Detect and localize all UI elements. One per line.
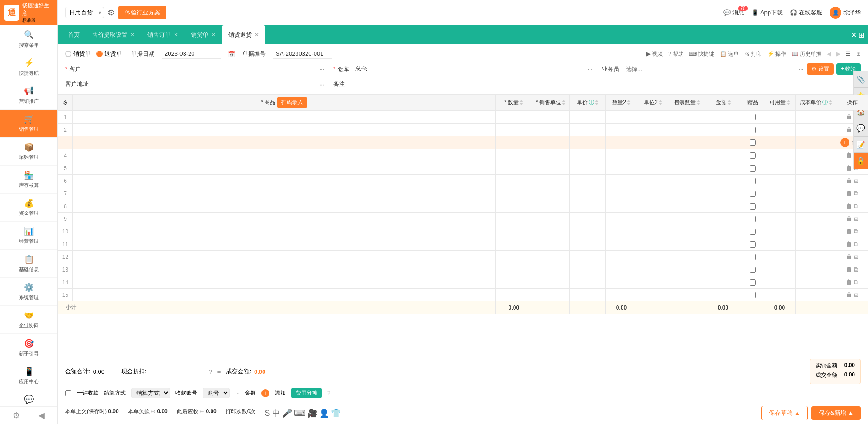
sidebar-item-sales[interactable]: 🛒 销售管理 [0,110,57,138]
sidebar-item-purchase[interactable]: 📦 采购管理 [0,138,57,166]
sidebar-collapse-btn[interactable]: ◀ [38,410,45,420]
number-input[interactable] [273,49,332,59]
cell-price-12[interactable] [570,251,606,263]
th-settings[interactable]: ⚙ [58,95,73,111]
cell-avail-3[interactable] [764,136,796,149]
warehouse-dots[interactable]: ··· [588,66,593,72]
camera-btn[interactable]: 🎥 [307,408,317,418]
gift-checkbox-2[interactable] [750,127,756,133]
cell-gift-12[interactable] [741,251,764,263]
user-menu[interactable]: 👤 徐泽华 [830,7,861,19]
cell-qty-1[interactable] [495,111,532,124]
cell-amount-3[interactable] [705,136,741,149]
cell-cost-2[interactable] [796,124,836,136]
cell-unit-4[interactable] [532,149,569,162]
tab-sales-order-close[interactable]: ✕ [174,32,178,38]
trial-btn[interactable]: 体验行业方案 [118,6,166,19]
cell-price-13[interactable] [570,263,606,276]
cell-price-15[interactable] [570,289,606,301]
cell-pack-12[interactable] [669,251,705,263]
cell-avail-13[interactable] [764,263,796,276]
cell-unit2-7[interactable] [637,187,669,200]
cell-unit2-3[interactable] [637,136,669,149]
cell-avail-12[interactable] [764,251,796,263]
quick-payment-checkbox[interactable] [65,390,71,396]
fee-help-icon[interactable]: ? [327,390,330,396]
delete-btn-14[interactable]: 🗑 [846,278,852,286]
price-info-icon[interactable]: ⓘ [589,99,594,106]
cell-qty2-14[interactable] [606,276,637,289]
cell-product-9[interactable] [73,213,496,225]
history-btn[interactable]: 📖 历史单据 [792,50,821,58]
gift-checkbox-9[interactable] [750,216,756,222]
cell-price-9[interactable] [570,213,606,225]
cell-price-4[interactable] [570,149,606,162]
sidebar-item-inventory[interactable]: 🏪 库存核算 [0,166,57,194]
cell-qty2-9[interactable] [606,213,637,225]
cell-amount-4[interactable] [705,149,741,162]
cell-qty2-7[interactable] [606,187,637,200]
cell-unit-2[interactable] [532,124,569,136]
cell-product-7[interactable] [73,187,496,200]
salesman-input[interactable] [623,64,795,74]
copy-btn-11[interactable]: ⧉ [854,240,858,248]
cell-cost-13[interactable] [796,263,836,276]
copy-btn-10[interactable]: ⧉ [854,228,858,235]
cell-qty2-12[interactable] [606,251,637,263]
copy-btn-6[interactable]: ⧉ [854,177,858,185]
cell-avail-10[interactable] [764,225,796,238]
sidebar-item-wechat[interactable]: 💬 企业微信 [0,390,57,406]
cell-price-14[interactable] [570,276,606,289]
app-download[interactable]: 📱 App下载 [751,9,783,17]
copy-btn-7[interactable]: ⧉ [854,190,858,197]
cell-qty-15[interactable] [495,289,532,301]
delete-btn-8[interactable]: 🗑 [846,202,852,210]
cell-amount-5[interactable] [705,162,741,175]
cell-unit-12[interactable] [532,251,569,263]
cell-gift-6[interactable] [741,175,764,187]
cell-cost-7[interactable] [796,187,836,200]
cell-gift-11[interactable] [741,238,764,251]
gift-checkbox-3[interactable] [750,139,756,146]
cell-unit-14[interactable] [532,276,569,289]
delete-btn-6[interactable]: 🗑 [846,177,852,184]
sidebar-item-system[interactable]: ⚙️ 系统管理 [0,278,57,306]
delete-btn-10[interactable]: 🗑 [846,228,852,235]
delete-btn-7[interactable]: 🗑 [846,190,852,197]
cell-pack-1[interactable] [669,111,705,124]
cell-qty2-2[interactable] [606,124,637,136]
cell-unit-3[interactable] [532,136,569,149]
customer-dots[interactable]: ··· [319,66,324,72]
cell-unit-1[interactable] [532,111,569,124]
cell-pack-3[interactable] [669,136,705,149]
delete-btn-4[interactable]: 🗑 [846,152,852,159]
sidebar-item-basic[interactable]: 📋 基础信息 [0,250,57,278]
add-btn[interactable]: + [261,389,269,397]
cell-unit2-12[interactable] [637,251,669,263]
cell-pack-10[interactable] [669,225,705,238]
cell-amount-7[interactable] [705,187,741,200]
cell-cost-6[interactable] [796,175,836,187]
copy-btn-9[interactable]: ⧉ [854,215,858,223]
account-select[interactable]: 账号 [203,388,230,398]
cell-qty-9[interactable] [495,213,532,225]
cell-unit-6[interactable] [532,175,569,187]
cell-avail-15[interactable] [764,289,796,301]
cell-amount-14[interactable] [705,276,741,289]
tab-return-close[interactable]: ✕ [255,32,259,38]
cell-unit-15[interactable] [532,289,569,301]
gift-checkbox-7[interactable] [750,191,756,197]
cell-product-2[interactable] [73,124,496,136]
cell-cost-5[interactable] [796,162,836,175]
cell-qty-6[interactable] [495,175,532,187]
cell-pack-11[interactable] [669,238,705,251]
address-dots[interactable]: ··· [319,81,324,88]
cell-gift-7[interactable] [741,187,764,200]
cell-price-11[interactable] [570,238,606,251]
cell-gift-4[interactable] [741,149,764,162]
tab-return[interactable]: 销货退货 ✕ [222,25,265,44]
cell-cost-9[interactable] [796,213,836,225]
cell-amount-1[interactable] [705,111,741,124]
cell-cost-14[interactable] [796,276,836,289]
sidebar-item-apps[interactable]: 📱 应用中心 [0,362,57,390]
